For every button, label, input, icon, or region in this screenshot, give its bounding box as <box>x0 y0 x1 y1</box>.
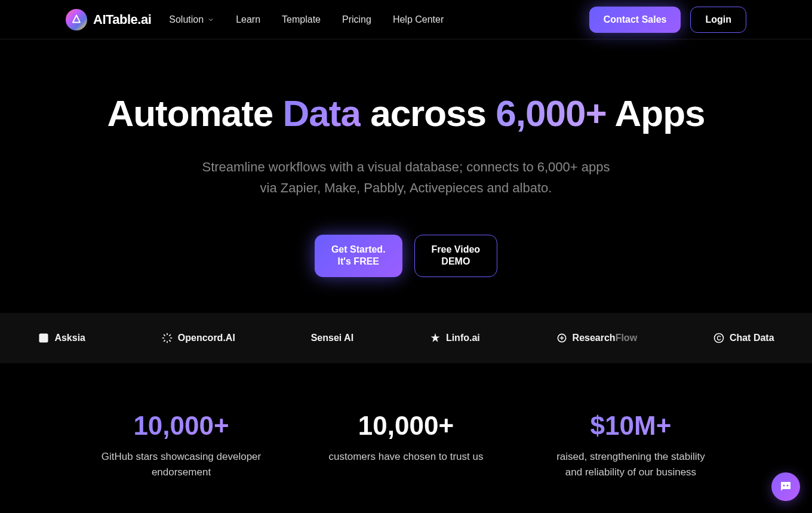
button-line: Get Started. <box>331 244 386 254</box>
chat-widget-button[interactable] <box>771 472 800 501</box>
top-nav: AITable.ai Solution Learn Template Prici… <box>0 0 812 39</box>
nav-pricing[interactable]: Pricing <box>342 14 371 25</box>
stat-github: 10,000+ GitHub stars showcasing develope… <box>98 411 265 480</box>
partner-icon <box>161 332 173 344</box>
button-line: Free Video <box>432 244 481 254</box>
stat-description: GitHub stars showcasing developer endors… <box>98 449 265 480</box>
button-line: DEMO <box>441 256 470 266</box>
partner-opencord: Opencord.AI <box>161 332 235 344</box>
stat-customers: 10,000+ customers have chosen to trust u… <box>329 411 484 480</box>
stat-value: 10,000+ <box>98 411 265 441</box>
brand-name: AITable.ai <box>93 12 151 27</box>
hero-title-highlight: 6,000+ <box>496 93 606 134</box>
hero-title: Automate Data across 6,000+ Apps <box>0 93 812 134</box>
nav-template[interactable]: Template <box>282 14 321 25</box>
nav-actions: Contact Sales Login <box>589 7 746 33</box>
logo-icon <box>66 9 87 30</box>
hero-section: Automate Data across 6,000+ Apps Streaml… <box>0 39 812 313</box>
hero-subtitle: Streamline workflows with a visual datab… <box>197 156 615 198</box>
login-button[interactable]: Login <box>690 7 746 33</box>
partner-icon <box>38 332 50 344</box>
stat-value: 10,000+ <box>329 411 484 441</box>
nav-link-label: Solution <box>169 14 204 25</box>
hero-title-part: Apps <box>607 93 705 134</box>
hero-title-highlight: Data <box>283 93 361 134</box>
nav-link-label: Template <box>282 14 321 25</box>
nav-solution[interactable]: Solution <box>169 14 214 25</box>
nav-help-center[interactable]: Help Center <box>393 14 444 25</box>
hero-title-part: Automate <box>107 93 282 134</box>
nav-link-label: Help Center <box>393 14 444 25</box>
partner-icon <box>429 332 441 344</box>
hero-title-part: across <box>361 93 496 134</box>
partner-linfo: Linfo.ai <box>429 332 480 344</box>
chat-icon <box>779 480 793 494</box>
svg-text:C: C <box>716 335 721 342</box>
chevron-down-icon <box>207 16 214 23</box>
partner-chatdata: C Chat Data <box>713 332 774 344</box>
nav-link-label: Learn <box>236 14 260 25</box>
nav-links: Solution Learn Template Pricing Help Cen… <box>169 14 589 25</box>
stat-value: $10M+ <box>547 411 714 441</box>
get-started-button[interactable]: Get Started. It's FREE <box>315 235 402 278</box>
stat-raised: $10M+ raised, strengthening the stabilit… <box>547 411 714 480</box>
svg-rect-0 <box>39 334 48 343</box>
partner-icon: C <box>713 332 725 344</box>
partner-name: Linfo.ai <box>446 333 480 343</box>
brand-logo[interactable]: AITable.ai <box>66 9 151 30</box>
partner-name: Opencord.AI <box>178 333 235 343</box>
partner-name: Sensei AI <box>311 333 353 343</box>
svg-point-5 <box>787 485 789 487</box>
partner-asksia: Asksia <box>38 332 85 344</box>
partner-icon <box>556 332 568 344</box>
contact-sales-button[interactable]: Contact Sales <box>589 7 681 33</box>
nav-learn[interactable]: Learn <box>236 14 260 25</box>
hero-cta: Get Started. It's FREE Free Video DEMO <box>0 235 812 278</box>
nav-link-label: Pricing <box>342 14 371 25</box>
stat-description: raised, strengthening the stability and … <box>547 449 714 480</box>
partner-sensei: Sensei AI <box>311 333 353 343</box>
partner-logos-bar: Asksia Opencord.AI Sensei AI Linfo.ai Re… <box>0 313 812 363</box>
partner-name: Chat Data <box>730 333 774 343</box>
partner-researchflow: ResearchFlow <box>556 332 637 344</box>
stats-section: 10,000+ GitHub stars showcasing develope… <box>0 363 812 503</box>
partner-name: Asksia <box>54 333 85 343</box>
video-demo-button[interactable]: Free Video DEMO <box>414 235 498 278</box>
stat-description: customers have chosen to trust us <box>329 449 484 465</box>
svg-point-4 <box>783 485 785 487</box>
partner-name: ResearchFlow <box>573 333 637 343</box>
button-line: It's FREE <box>337 256 379 266</box>
